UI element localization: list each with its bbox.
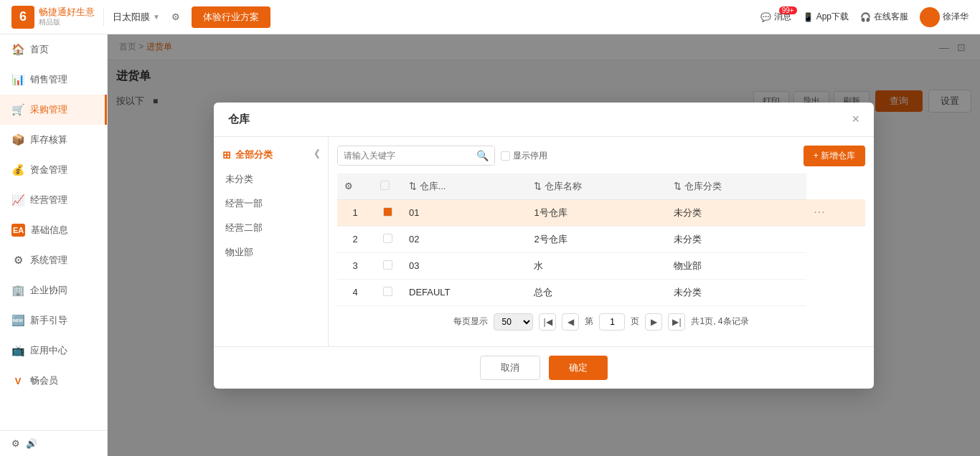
page-input[interactable]: [599, 313, 625, 331]
user-name: 徐泽华: [943, 11, 969, 23]
header-checkbox[interactable]: [380, 181, 390, 190]
grid-icon: ⊞: [222, 149, 231, 161]
modal-body: ⊞ 全部分类 《 未分类 经营一部 经营二部: [214, 137, 874, 346]
sound-icon: 🔊: [26, 438, 37, 449]
headphone-icon: 🎧: [860, 12, 871, 22]
all-categories-label: 全部分类: [235, 148, 273, 161]
th-name: ⇅ 仓库名称: [527, 174, 666, 200]
category-operations2[interactable]: 经营二部: [214, 216, 328, 240]
next-page-button[interactable]: ▶: [645, 313, 662, 331]
category-property[interactable]: 物业部: [214, 240, 328, 265]
first-page-button[interactable]: |◀: [539, 313, 556, 331]
messages-button[interactable]: 💬 消息 99+: [760, 11, 791, 23]
add-warehouse-button[interactable]: + 新增仓库: [804, 146, 865, 166]
trial-button[interactable]: 体验行业方案: [192, 6, 270, 28]
sidebar-label-inventory: 库存核算: [30, 133, 67, 146]
row-checkbox[interactable]: [383, 287, 392, 296]
collapse-icon[interactable]: 《: [309, 148, 319, 161]
store-selector[interactable]: 日太阳膜 ▼: [113, 11, 160, 24]
modal-header: 仓库 ×: [214, 103, 874, 137]
search-icon-button[interactable]: 🔍: [471, 146, 494, 165]
row-category: 未分类: [666, 199, 806, 226]
modal-close-button[interactable]: ×: [852, 113, 859, 125]
table-row[interactable]: 1011号仓库未分类···: [337, 199, 865, 226]
row-checkbox-cell: [373, 226, 402, 252]
th-code: ⇅ 仓库...: [402, 174, 527, 200]
pagination: 每页显示 50 100 200 |◀ ◀ 第 页 ▶: [337, 306, 865, 338]
th-check: [373, 174, 402, 200]
sidebar-item-purchase[interactable]: 🛒 采购管理: [0, 95, 107, 125]
row-category: 物业部: [666, 252, 806, 279]
message-badge: 99+: [779, 6, 797, 14]
apps-icon: 📺: [11, 344, 24, 357]
category-unclassified[interactable]: 未分类: [214, 167, 328, 191]
settings-icon[interactable]: ⚙: [166, 7, 186, 27]
app-download-button[interactable]: 📱 App下载: [803, 11, 849, 23]
sidebar-item-enterprise[interactable]: 🏢 企业协同: [0, 275, 107, 305]
sidebar-item-home[interactable]: 🏠 首页: [0, 34, 107, 65]
confirm-button[interactable]: 确定: [549, 356, 608, 380]
sidebar-bottom: ⚙ 🔊: [0, 430, 107, 456]
row-checkbox[interactable]: [383, 234, 392, 243]
category-operations1[interactable]: 经营一部: [214, 191, 328, 216]
message-icon: 💬: [760, 12, 771, 22]
sort-icon: ⇅: [409, 181, 417, 191]
table-row[interactable]: 4DEFAULT总仓未分类: [337, 279, 865, 305]
row-dots-icon[interactable]: ···: [814, 206, 825, 218]
brand: 6 畅捷通好生意 精品版: [11, 6, 95, 29]
row-code: 02: [402, 226, 527, 252]
row-checkbox[interactable]: [383, 260, 392, 270]
sidebar-item-member[interactable]: V 畅会员: [0, 366, 107, 396]
warehouse-modal: 仓库 × ⊞ 全部分类 《 未分类: [214, 103, 874, 389]
table-toolbar: 🔍 显示停用 + 新增仓库: [337, 146, 865, 166]
modal-overlay: 仓库 × ⊞ 全部分类 《 未分类: [108, 34, 980, 456]
prev-page-button[interactable]: ◀: [562, 313, 579, 331]
sidebar-bottom-settings[interactable]: ⚙ 🔊: [0, 431, 107, 456]
per-page-select[interactable]: 50 100 200: [494, 313, 533, 331]
row-code: 01: [402, 199, 527, 226]
home-icon: 🏠: [11, 43, 24, 56]
total-info: 共1页, 4条记录: [691, 315, 748, 328]
row-code: DEFAULT: [402, 279, 527, 305]
page-unit: 页: [631, 315, 639, 328]
row-num: 3: [337, 252, 373, 279]
finance-icon: 💰: [11, 163, 24, 176]
row-checkbox[interactable]: [383, 207, 392, 217]
category-panel: ⊞ 全部分类 《 未分类 经营一部 经营二部: [214, 137, 329, 346]
cancel-button[interactable]: 取消: [480, 356, 540, 380]
row-actions[interactable]: ···: [806, 199, 865, 226]
sidebar-item-base[interactable]: EA 基础信息: [0, 215, 107, 245]
sidebar-item-guide[interactable]: 🆕 新手引导: [0, 305, 107, 336]
show-disabled-label[interactable]: 显示停用: [501, 150, 547, 162]
row-num: 1: [337, 199, 373, 226]
sidebar-label-purchase: 采购管理: [30, 103, 67, 116]
sidebar-label-base: 基础信息: [31, 224, 68, 237]
table-row[interactable]: 2022号仓库未分类: [337, 226, 865, 252]
all-categories-item[interactable]: ⊞ 全部分类 《: [214, 143, 328, 167]
sidebar-item-sales[interactable]: 📊 销售管理: [0, 65, 107, 95]
avatar: [920, 7, 940, 27]
sidebar-item-apps[interactable]: 📺 应用中心: [0, 336, 107, 366]
user-menu[interactable]: 徐泽华: [920, 7, 969, 27]
per-page-label: 每页显示: [453, 315, 488, 328]
sidebar-label-operations: 经营管理: [30, 194, 67, 206]
row-num: 2: [337, 226, 373, 252]
table-row[interactable]: 303水物业部: [337, 252, 865, 279]
show-disabled-checkbox[interactable]: [501, 151, 510, 161]
sidebar-item-system[interactable]: ⚙ 系统管理: [0, 245, 107, 275]
row-code: 03: [402, 252, 527, 279]
app-icon: 📱: [803, 12, 814, 22]
th-gear: ⚙: [337, 174, 373, 200]
sidebar-item-finance[interactable]: 💰 资金管理: [0, 155, 107, 185]
sidebar-item-inventory[interactable]: 📦 库存核算: [0, 125, 107, 155]
gear-icon: ⚙: [344, 181, 353, 191]
brand-sub: 精品版: [39, 17, 95, 27]
brand-logo: 6: [11, 6, 34, 29]
search-input[interactable]: [338, 147, 471, 164]
last-page-button[interactable]: ▶|: [668, 313, 685, 331]
table-header: ⚙ ⇅ 仓库...: [337, 174, 865, 200]
table-panel: 🔍 显示停用 + 新增仓库: [329, 137, 874, 346]
sidebar-item-operations[interactable]: 📈 经营管理: [0, 185, 107, 215]
guide-icon: 🆕: [11, 314, 24, 327]
online-service-button[interactable]: 🎧 在线客服: [860, 11, 908, 23]
